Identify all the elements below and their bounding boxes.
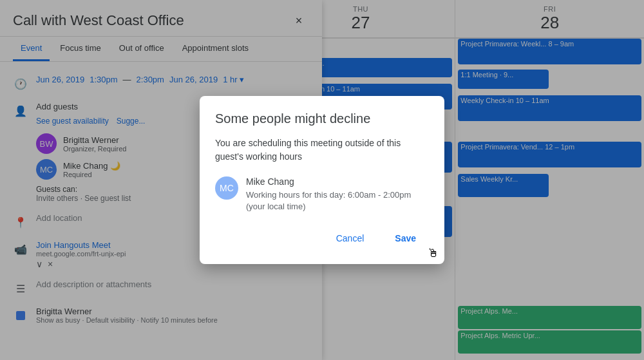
dialog-body: You are scheduling this meeting outside … xyxy=(215,137,429,164)
dialog-guest-section: MC Mike Chang Working hours for this day… xyxy=(215,176,429,213)
dialog-overlay: Some people might decline You are schedu… xyxy=(0,0,644,360)
dialog-guest-avatar: MC xyxy=(215,176,238,200)
save-button[interactable]: Save xyxy=(382,228,429,249)
cancel-button[interactable]: Cancel xyxy=(323,228,377,249)
dialog-guest-name: Mike Chang xyxy=(246,176,429,187)
cursor-icon: 🖱 xyxy=(428,247,439,260)
dialog-guest-hours: Working hours for this day: 6:00am - 2:0… xyxy=(246,189,429,213)
dialog-title: Some people might decline xyxy=(215,111,429,126)
dialog-actions: Cancel Save 🖱 xyxy=(215,228,429,249)
decline-dialog: Some people might decline You are schedu… xyxy=(200,96,444,264)
